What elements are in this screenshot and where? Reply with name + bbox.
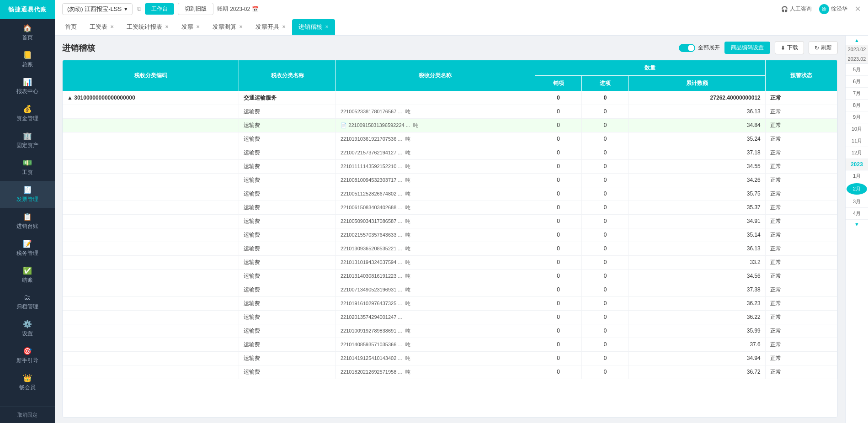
settings-button[interactable]: 商品编码设置 [724, 42, 770, 54]
calendar-month-9[interactable]: 9月 [846, 111, 868, 123]
calendar-month-3[interactable]: 3月 [846, 196, 868, 208]
sidebar-item-tax[interactable]: 📝 税务管理 [0, 235, 55, 262]
row-purchase: 0 [582, 338, 629, 351]
calendar-month-8[interactable]: 8月 [846, 100, 868, 111]
row-total: 36.23 [628, 296, 765, 310]
row-name: 运输费 [239, 105, 336, 118]
sidebar-item-label: 结账 [22, 276, 33, 284]
row-total: 35.14 [628, 228, 765, 242]
vip-icon: 👑 [23, 374, 32, 382]
sidebar-item-vip[interactable]: 👑 畅会员 [0, 369, 55, 396]
calendar-down-arrow[interactable]: ▼ [846, 220, 868, 229]
table-row: 运输费 221008100945323037​17 ... 吨 0 0 34.2… [63, 173, 837, 187]
table-row: 运输费 221005233817801765​67 ... 吨 0 0 36.1… [63, 105, 837, 118]
topbar: (勿动) 江西报宝-LSS ▾ ⧉ 工作台 切到旧版 账期 2023-02 📅 … [55, 0, 868, 18]
sidebar-item-label: 新手引导 [16, 357, 38, 365]
period-info: 账期 2023-02 📅 [217, 5, 259, 13]
reports-icon: 📊 [23, 78, 32, 86]
row-code [63, 214, 239, 228]
row-sales: 0 [535, 255, 582, 269]
row-invoice: 221019161029764373​25 ... 吨 [335, 296, 535, 310]
sidebar-item-guide[interactable]: 🎯 新手引导 [0, 342, 55, 369]
table-row: 运输费 221020135742940012​47 ... 0 0 36.22 … [63, 310, 837, 324]
refresh-label: 刷新 [821, 44, 832, 52]
sidebar-item-archive[interactable]: 🗂 归档管理 [0, 289, 55, 315]
tab-home[interactable]: 首页 [59, 19, 83, 35]
row-code [63, 159, 239, 173]
sidebar-item-capital[interactable]: 💰 资金管理 [0, 100, 55, 127]
page-content: 进销稽核 全部展开 商品编码设置 ⬇ 下载 ↻ 刷新 [55, 36, 845, 423]
row-name: 运输费 [239, 351, 336, 365]
row-purchase: 0 [582, 228, 629, 242]
refresh-button[interactable]: ↻ 刷新 [809, 41, 838, 54]
calendar-month-7[interactable]: 7月 [846, 88, 868, 100]
calendar-up-arrow[interactable]: ▲ [846, 36, 868, 45]
tab-invoice[interactable]: 发票 ✕ [175, 19, 206, 35]
unpin-label: 取消固定 [17, 412, 37, 418]
row-name: 运输费 [239, 255, 336, 269]
row-sales: 0 [535, 269, 582, 283]
calendar-month-11[interactable]: 11月 [846, 135, 868, 147]
row-status: 正常 [765, 283, 837, 296]
row-sales: 0 [535, 365, 582, 379]
expand-toggle[interactable] [679, 44, 695, 52]
company-selector[interactable]: (勿动) 江西报宝-LSS ▾ [62, 3, 133, 15]
tab-invoice-calc-close[interactable]: ✕ [239, 24, 243, 29]
row-sales: 0 [535, 228, 582, 242]
sidebar-item-home[interactable]: 🏠 首页 [0, 19, 55, 46]
row-code [63, 310, 239, 324]
tab-invoice-close[interactable]: ✕ [196, 24, 200, 29]
row-sales: 0 [535, 324, 582, 338]
tab-invoice-open-close[interactable]: ✕ [282, 24, 286, 29]
row-sales: 0 [535, 91, 582, 105]
switch-version-button[interactable]: 切到旧版 [178, 3, 213, 15]
tab-reconcile[interactable]: 进销稽核 ✕ [292, 19, 335, 35]
row-total: 34.94 [628, 351, 765, 365]
download-button[interactable]: ⬇ 下载 [775, 41, 804, 54]
calendar-month-4[interactable]: 4月 [846, 208, 868, 220]
workspace-button[interactable]: 工作台 [145, 3, 174, 15]
table-row: 运输费 221002155703576436​33 ... 吨 0 0 35.1… [63, 228, 837, 242]
row-status: 正常 [765, 365, 837, 379]
sidebar-item-label: 归档管理 [16, 303, 38, 311]
sidebar-item-settle[interactable]: ✅ 结账 [0, 262, 55, 289]
calendar-month-5[interactable]: 5月 [846, 64, 868, 76]
tab-invoice-calc[interactable]: 发票测算 ✕ [206, 19, 249, 35]
sidebar-item-settings[interactable]: ⚙️ 设置 [0, 315, 55, 342]
row-invoice: 221005090343170865​87 ... 吨 [335, 214, 535, 228]
row-status: 正常 [765, 310, 837, 324]
calendar-month-6[interactable]: 6月 [846, 76, 868, 88]
tab-payroll-stats-close[interactable]: ✕ [165, 24, 169, 29]
row-total: 35.24 [628, 132, 765, 146]
unpin-button[interactable]: 取消固定 [0, 407, 55, 423]
sidebar-item-label: 总账 [22, 61, 33, 69]
row-purchase: 0 [582, 173, 629, 187]
sidebar-item-payroll[interactable]: 💵 工资 [0, 154, 55, 181]
close-icon[interactable]: ✕ [855, 5, 861, 13]
user-info[interactable]: 徐 徐泾华 [819, 4, 847, 14]
calendar-month-10[interactable]: 10月 [846, 123, 868, 135]
calendar-month-12[interactable]: 12月 [846, 147, 868, 159]
table-row: 运输费 221013101943240375​94 ... 吨 0 0 33.2… [63, 255, 837, 269]
sidebar-item-reports[interactable]: 📊 报表中心 [0, 73, 55, 100]
row-purchase: 0 [582, 296, 629, 310]
tab-payroll-close[interactable]: ✕ [110, 24, 114, 29]
tab-reconcile-close[interactable]: ✕ [325, 24, 329, 29]
row-code [63, 228, 239, 242]
payroll-icon: 💵 [23, 159, 32, 167]
sidebar-item-sales[interactable]: 📋 进销台账 [0, 208, 55, 235]
row-invoice-empty [335, 91, 535, 105]
row-total: 37.18 [628, 146, 765, 159]
calendar-year-2023: 2023.02 [846, 54, 868, 64]
calendar-month-1[interactable]: 1月 [846, 170, 868, 182]
tab-payroll[interactable]: 工资表 ✕ [83, 19, 120, 35]
calendar-month-2[interactable]: 2月 [847, 183, 867, 195]
sidebar-item-invoice[interactable]: 🧾 发票管理 [0, 181, 55, 208]
support-link[interactable]: 🎧 人工咨询 [781, 5, 812, 13]
table-row: 运输费 221013140308161912​23 ... 吨 0 0 34.5… [63, 269, 837, 283]
sidebar-item-assets[interactable]: 🏢 固定资产 [0, 127, 55, 154]
tab-payroll-stats[interactable]: 工资统计报表 ✕ [120, 19, 175, 35]
sidebar-item-ledger[interactable]: 📒 总账 [0, 46, 55, 73]
tab-invoice-open[interactable]: 发票开具 ✕ [249, 19, 292, 35]
calendar-icon[interactable]: 📅 [252, 6, 259, 12]
